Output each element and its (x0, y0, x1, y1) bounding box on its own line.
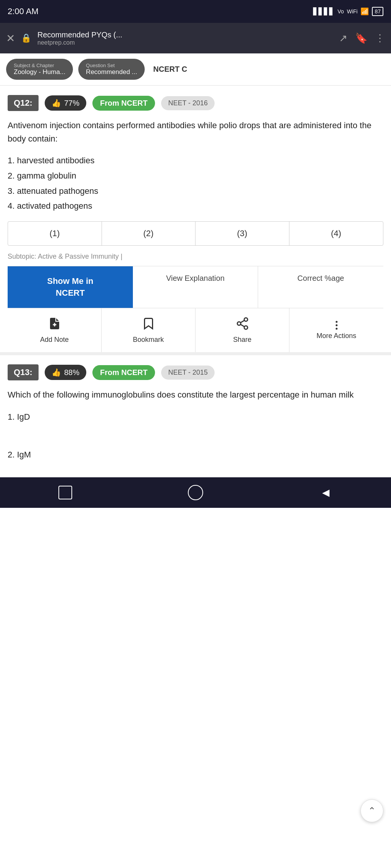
signal-icon: ▋▋▋▋ (313, 7, 334, 16)
question-card-q13: Q13: 👍 88% From NCERT NEET - 2015 Which … (0, 355, 391, 462)
show-ncert-button[interactable]: Show Me in NCERT (8, 266, 133, 308)
option-4-q12: 4. activated pathogens (8, 198, 383, 214)
question-number-q13: Q13: (8, 364, 39, 380)
more-options-icon[interactable]: ⋮ (375, 32, 385, 44)
back-icon: ◄ (320, 486, 332, 500)
subtopic-q12: Subtopic: Active & Passive Immunity | (8, 253, 383, 266)
share-button-q12[interactable]: Share (196, 308, 289, 352)
year-badge-q13: NEET - 2015 (161, 366, 215, 380)
wifi-label: WiFi (347, 8, 357, 14)
browser-domain: neetprep.com (37, 39, 333, 46)
svg-line-5 (240, 325, 244, 327)
share-label: Share (233, 336, 251, 344)
option-2-q12: 2. gamma globulin (8, 168, 383, 184)
answer-option-4[interactable]: (4) (289, 222, 383, 245)
status-time: 2:00 AM (8, 6, 39, 16)
more-actions-icon (336, 321, 338, 330)
share-icon[interactable]: ↗ (339, 32, 347, 44)
subject-chapter-chip[interactable]: Subject & Chapter Zoology - Huma... (6, 59, 73, 80)
browser-actions: ↗ 🔖 ⋮ (339, 32, 385, 44)
url-container: Recommended PYQs (... neetprep.com (37, 31, 333, 46)
answer-option-3[interactable]: (3) (196, 222, 289, 245)
question-card-q12: Q12: 👍 77% From NCERT NEET - 2016 Antive… (0, 86, 391, 355)
circle-icon (188, 485, 203, 500)
ncert-badge-q12: From NCERT (92, 96, 155, 111)
answer-option-1[interactable]: (1) (8, 222, 102, 245)
bottom-nav: ◄ (0, 477, 391, 508)
status-bar: 2:00 AM ▋▋▋▋ Vo WiFi 📶 87 (0, 0, 391, 23)
bookmark-label: Bookmark (133, 336, 164, 344)
bookmark-button-q12[interactable]: Bookmark (102, 308, 196, 352)
answer-grid-q12: (1) (2) (3) (4) (8, 221, 383, 246)
svg-point-3 (237, 322, 241, 325)
add-note-label: Add Note (40, 336, 69, 344)
view-explanation-button[interactable]: View Explanation (133, 266, 258, 308)
thumbs-up-icon: 👍 (52, 98, 61, 108)
ncert-badge-q13: From NCERT (92, 365, 155, 380)
square-icon (58, 486, 72, 499)
add-note-button[interactable]: Add Note (8, 308, 102, 352)
scroll-up-button[interactable]: ⌃ (360, 799, 383, 822)
action-row-q12: Show Me in NCERT View Explanation Correc… (8, 266, 383, 308)
question-text-q12: Antivenom injection contains performed a… (8, 119, 383, 145)
nav-square-button[interactable] (56, 483, 75, 502)
options-list-q13: 1. IgD 2. IgM (8, 409, 383, 462)
wifi-icon: 📶 (360, 7, 369, 16)
battery-icon: 87 (372, 7, 383, 16)
svg-line-6 (240, 320, 244, 323)
chevron-up-icon: ⌃ (368, 805, 376, 816)
options-list-q12: 1. harvested antibodies 2. gamma globuli… (8, 153, 383, 213)
option-1-q12: 1. harvested antibodies (8, 153, 383, 168)
vo-icon: Vo (338, 8, 344, 14)
bottom-action-row-q12: Add Note Bookmark Share (8, 308, 383, 352)
share-icon-q12 (236, 317, 249, 333)
chip2-label: Question Set (86, 63, 137, 68)
question-header-q12: Q12: 👍 77% From NCERT NEET - 2016 (8, 95, 383, 111)
add-note-icon (48, 317, 61, 333)
question-header-q13: Q13: 👍 88% From NCERT NEET - 2015 (8, 364, 383, 380)
like-badge-q12: 👍 77% (45, 95, 86, 111)
option-spacer-q13 (8, 432, 383, 447)
answer-option-2[interactable]: (2) (102, 222, 196, 245)
nav-home-button[interactable] (186, 483, 205, 502)
browser-title: Recommended PYQs (... (37, 31, 333, 39)
nav-back-button[interactable]: ◄ (316, 483, 335, 502)
like-badge-q13: 👍 88% (45, 365, 86, 380)
bookmark-icon-q12 (142, 317, 155, 333)
option-2-q13: 2. IgM (8, 447, 383, 462)
filter-tabs: Subject & Chapter Zoology - Huma... Ques… (0, 53, 391, 86)
chip2-value: Recommended ... (86, 68, 137, 76)
like-percent-q13: 88% (64, 368, 79, 377)
like-percent-q12: 77% (64, 99, 79, 108)
correct-pct-button[interactable]: Correct %age (258, 266, 383, 308)
status-icons: ▋▋▋▋ Vo WiFi 📶 87 (313, 7, 383, 16)
browser-bar: ✕ 🔒 Recommended PYQs (... neetprep.com ↗… (0, 23, 391, 53)
chip1-label: Subject & Chapter (14, 63, 65, 68)
more-actions-button[interactable]: More Actions (289, 308, 383, 352)
thumbs-up-icon-q13: 👍 (52, 368, 61, 377)
close-button[interactable]: ✕ (6, 32, 15, 45)
question-text-q13: Which of the following immunoglobulins d… (8, 388, 383, 401)
year-badge-q12: NEET - 2016 (161, 96, 215, 110)
question-number-q12: Q12: (8, 95, 39, 111)
lock-icon: 🔒 (21, 33, 31, 43)
option-3-q12: 3. attenuated pathogens (8, 184, 383, 199)
svg-point-2 (244, 318, 247, 321)
svg-point-4 (244, 326, 247, 329)
question-set-chip[interactable]: Question Set Recommended ... (78, 59, 145, 80)
ncert-tab[interactable]: NCERT C (150, 61, 190, 77)
chip1-value: Zoology - Huma... (14, 68, 65, 76)
more-actions-label: More Actions (317, 332, 356, 340)
option-1-q13: 1. IgD (8, 409, 383, 425)
bookmark-icon[interactable]: 🔖 (355, 32, 367, 44)
